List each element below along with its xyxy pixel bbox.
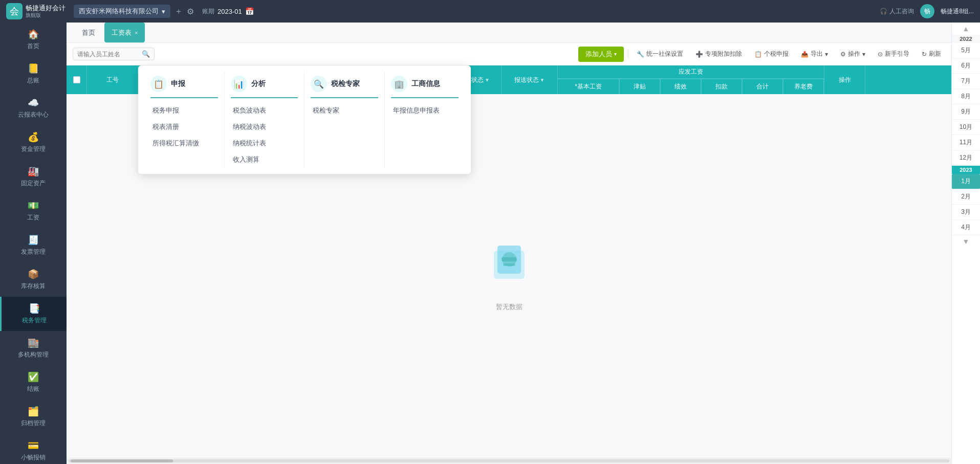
tax-return-button[interactable]: 📋 个税申报 bbox=[750, 48, 793, 60]
export-button[interactable]: 📤 导出 ▾ bbox=[797, 48, 832, 60]
month-2[interactable]: 2月 bbox=[952, 189, 980, 205]
horizontal-scrollbar[interactable] bbox=[67, 458, 951, 464]
user-avatar: 畅 bbox=[920, 4, 934, 18]
operation-label: 操作 bbox=[848, 50, 860, 58]
th-base-salary: *基本工资 bbox=[558, 79, 619, 94]
sidebar-item-settle[interactable]: ✅ 结账 bbox=[0, 365, 67, 400]
menu-item-income-tax-clearance[interactable]: 所得税汇算清缴 bbox=[150, 135, 218, 151]
filter-icon: ▼ bbox=[485, 77, 490, 83]
special-deduction-label: 专项附加扣除 bbox=[705, 50, 742, 58]
refresh-label: 刷新 bbox=[929, 50, 941, 58]
expense-icon: 💳 bbox=[28, 440, 39, 451]
tab-salary[interactable]: 工资表 × bbox=[104, 23, 145, 42]
menu-item-tax-burden[interactable]: 税负波动表 bbox=[231, 102, 298, 119]
menu-item-tax-stats[interactable]: 纳税统计表 bbox=[231, 135, 298, 151]
panel-nav-up[interactable]: ▲ bbox=[952, 23, 980, 35]
invoice-icon: 🧾 bbox=[28, 234, 39, 246]
sidebar-item-cloud[interactable]: ☁️ 云报表中心 bbox=[0, 91, 67, 125]
chevron-down-icon: ▾ bbox=[862, 51, 865, 58]
add-person-button[interactable]: 添加人员 ▾ bbox=[578, 47, 624, 62]
th-checkbox[interactable] bbox=[67, 65, 87, 94]
app-edition: 旗舰版 bbox=[26, 12, 66, 18]
month-9[interactable]: 9月 bbox=[952, 104, 980, 120]
header-checkbox[interactable] bbox=[73, 76, 80, 83]
sidebar-item-multi[interactable]: 🏬 多机构管理 bbox=[0, 331, 67, 365]
add-company-icon[interactable]: ＋ bbox=[175, 6, 183, 17]
guide-button[interactable]: ⊙ 新手引导 bbox=[874, 48, 913, 60]
taxcheck-icon: 🔍 bbox=[311, 76, 327, 92]
sidebar-item-expense[interactable]: 💳 小畅报销 bbox=[0, 434, 67, 464]
month-4[interactable]: 4月 bbox=[952, 220, 980, 235]
salary-icon: 💵 bbox=[28, 200, 39, 211]
company-selector[interactable]: 西安虾米网络科技有限公司 ▾ bbox=[74, 5, 170, 18]
svg-rect-3 bbox=[502, 257, 517, 261]
apply-icon: 📋 bbox=[150, 76, 167, 92]
sidebar-item-fund[interactable]: 💰 资金管理 bbox=[0, 125, 67, 160]
settings-icon[interactable]: ⚙ bbox=[187, 7, 194, 16]
cloud-icon: ☁️ bbox=[28, 97, 39, 108]
year-2022-label: 2022 bbox=[952, 35, 980, 43]
period-value: 2023-01 bbox=[217, 8, 242, 15]
th-pension: 养老费 bbox=[783, 79, 824, 94]
menu-item-tax-fluctuation[interactable]: 纳税波动表 bbox=[231, 119, 298, 135]
month-3[interactable]: 3月 bbox=[952, 205, 980, 220]
menu-item-income-estimate[interactable]: 收入测算 bbox=[231, 151, 298, 168]
sidebar-item-salary[interactable]: 💵 工资 bbox=[0, 194, 67, 228]
empty-state: 暂无数据 bbox=[486, 240, 532, 312]
help-link[interactable]: 🎧 人工咨询 bbox=[880, 7, 914, 16]
th-perf-label: 绩效 bbox=[674, 82, 687, 91]
search-box[interactable]: 🔍 bbox=[73, 48, 155, 60]
business-icon: 🏢 bbox=[391, 76, 407, 92]
month-5[interactable]: 5月 bbox=[952, 43, 980, 58]
tax-icon: 📑 bbox=[29, 303, 40, 314]
sidebar-item-asset[interactable]: 🏭 固定资产 bbox=[0, 160, 67, 194]
panel-nav-down[interactable]: ▼ bbox=[952, 235, 980, 248]
tab-close-icon[interactable]: × bbox=[135, 30, 138, 36]
refresh-button[interactable]: ↻ 刷新 bbox=[918, 48, 945, 60]
operation-button[interactable]: ⚙ 操作 ▾ bbox=[836, 48, 869, 60]
top-bar: 会 畅捷通好会计 旗舰版 西安虾米网络科技有限公司 ▾ ＋ ⚙ 账期 2023-… bbox=[0, 0, 980, 23]
apply-title: 申报 bbox=[171, 79, 185, 89]
dropdown-col-business: 🏢 工商信息 年报信息申报表 bbox=[385, 72, 465, 168]
th-op-label: 操作 bbox=[839, 76, 851, 84]
tab-home[interactable]: 首页 bbox=[75, 23, 102, 42]
sidebar-item-label: 库存核算 bbox=[21, 282, 46, 291]
month-12[interactable]: 12月 bbox=[952, 150, 980, 166]
month-1[interactable]: 1月 bbox=[952, 174, 980, 189]
th-deduction: 扣款 bbox=[701, 79, 742, 94]
scrollbar-track bbox=[69, 459, 949, 462]
sidebar: 🏠 首页 📒 总账 ☁️ 云报表中心 💰 资金管理 🏭 固定资产 💵 工资 🧾 … bbox=[0, 23, 67, 464]
special-deduction-button[interactable]: ➕ 专项附加扣除 bbox=[691, 48, 746, 60]
menu-item-tax-declaration[interactable]: 税务申报 bbox=[150, 102, 218, 119]
logo-text: 畅捷通好会计 旗舰版 bbox=[26, 4, 66, 18]
month-8[interactable]: 8月 bbox=[952, 89, 980, 104]
analysis-title: 分析 bbox=[251, 79, 266, 89]
menu-item-annual-report[interactable]: 年报信息申报表 bbox=[391, 102, 459, 119]
social-insurance-button[interactable]: 🔧 统一社保设置 bbox=[633, 48, 687, 60]
export-label: 导出 bbox=[811, 50, 823, 58]
export-icon: 📤 bbox=[801, 51, 809, 58]
scrollbar-thumb[interactable] bbox=[71, 459, 173, 462]
sidebar-item-archive[interactable]: 🗂️ 归档管理 bbox=[0, 400, 67, 434]
sidebar-item-inventory[interactable]: 📦 库存核算 bbox=[0, 262, 67, 297]
settle-icon: ✅ bbox=[28, 371, 39, 383]
month-6[interactable]: 6月 bbox=[952, 58, 980, 74]
search-input[interactable] bbox=[77, 51, 139, 58]
sidebar-item-home[interactable]: 🏠 首页 bbox=[0, 23, 67, 57]
app-logo: 会 畅捷通好会计 旗舰版 bbox=[6, 3, 66, 19]
sidebar-item-ledger[interactable]: 📒 总账 bbox=[0, 57, 67, 91]
sidebar-item-invoice[interactable]: 🧾 发票管理 bbox=[0, 228, 67, 262]
add-person-label: 添加人员 bbox=[585, 50, 612, 59]
month-10[interactable]: 10月 bbox=[952, 120, 980, 135]
month-7[interactable]: 7月 bbox=[952, 74, 980, 89]
th-report[interactable]: 报送状态 ▼ bbox=[502, 65, 558, 94]
sidebar-item-tax[interactable]: 📑 税务管理 bbox=[0, 297, 67, 331]
menu-item-tax-table[interactable]: 税表清册 bbox=[150, 119, 218, 135]
menu-item-tax-check[interactable]: 税检专家 bbox=[311, 102, 378, 119]
home-icon: 🏠 bbox=[28, 29, 39, 40]
user-name: 畅捷通8组... bbox=[941, 7, 974, 16]
sidebar-item-label: 多机构管理 bbox=[18, 350, 49, 359]
toolbar: 🔍 添加人员 ▾ 🔧 统一社保设置 ➕ 专项附加扣除 📋 个税申报 bbox=[67, 43, 951, 65]
month-11[interactable]: 11月 bbox=[952, 135, 980, 150]
calendar-icon[interactable]: 📅 bbox=[245, 7, 254, 15]
